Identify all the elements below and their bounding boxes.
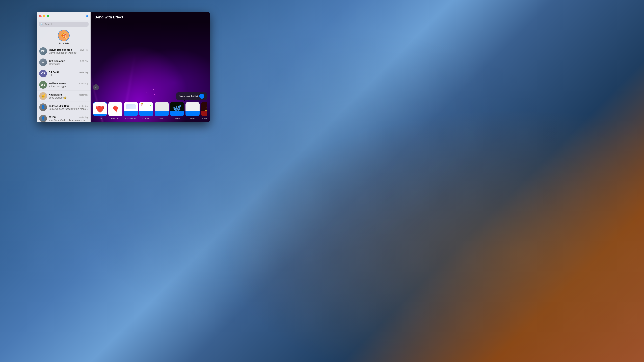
compose-button[interactable] [84,14,88,18]
minimize-button[interactable] [43,15,45,17]
send-with-effect-panel: Send with Effect × Okay, wat [90,12,210,122]
avatar-wallace: WE [39,81,47,89]
send-icon: ↑ [199,94,204,99]
conv-name-kat: Kat Ballard [49,93,62,96]
pizza-pals-avatar: 🍕 [58,30,70,41]
pizza-pals-label: Pizza Pals [59,42,69,44]
avatar-78156: 👤 [39,115,47,122]
conv-content-phone: +1 (415) 200-1908 Yesterday Sorry, we do… [49,104,88,110]
main-panel-title: Send with Effect [94,15,123,19]
balloons-icon: 🎈 [112,105,120,113]
bottom-controls: × Okay, watch this! ↑ ❤️ Love [90,82,210,122]
conv-time-wallace: Yesterday [79,82,88,85]
avatar-kat: 🐱 [39,92,47,100]
effect-item-love[interactable]: ❤️ Love [93,102,107,120]
effect-thumb-loud [186,102,200,116]
effect-item-confetti[interactable]: 🎊 ▪ ▪ ▪ Confetti [139,102,153,120]
effect-item-invisible-ink[interactable]: Invisible Ink [124,102,138,120]
conv-name-phone: +1 (415) 200-1908 [49,104,70,107]
conv-content-melvin: Melvin Brockington 6:26 PM Melvin laughe… [49,48,88,54]
conv-preview-78156: Your ShareGrid verification code is: [49,119,88,121]
conversation-item-phone[interactable]: 👤 +1 (415) 200-1908 Yesterday Sorry, we … [37,102,90,113]
love-label: Love [98,117,102,120]
conv-preview-kat: Sooo precious🥹 [49,96,88,99]
ok-watch-label: Okay, watch this! [179,95,198,98]
dismiss-button[interactable]: × [93,84,99,90]
pinned-pizza-pals[interactable]: 🍕 Pizza Pals [58,30,70,44]
conv-name-jeff: Jeff Benjamin [49,59,65,62]
effect-thumb-invisible-ink [124,102,138,116]
conversation-item-jeff[interactable]: JB Jeff Benjamin 6:23 PM What's up? [37,57,90,68]
lasers-label: Lasers [174,117,180,120]
conversation-item-melvin[interactable]: MB Melvin Brockington 6:26 PM Melvin lau… [37,45,90,57]
conv-name-cj: CJ Smith [49,71,60,73]
search-icon: 🔍 [40,23,44,26]
effect-item-balloons[interactable]: 🎈 Balloons [108,102,122,120]
effect-item-celebration[interactable]: ✨ Celebration [201,102,207,120]
conv-name-wallace: Wallace Evans [49,82,66,85]
celebration-label: Celebration [202,117,207,120]
avatar-cj: CS [39,70,47,77]
avatar-phone: 👤 [39,103,47,111]
fullscreen-button[interactable] [46,15,49,17]
confetti-label: Confetti [142,117,150,120]
messages-window: 🔍 🍕 Pizza Pals MB Melvin Brockington 6:2… [37,12,210,122]
conv-name-melvin: Melvin Brockington [49,48,72,51]
conversation-item-78156[interactable]: 👤 78156 Yesterday Your ShareGrid verific… [37,113,90,122]
effect-thumb-love: ❤️ [93,102,107,116]
conversation-item-cj[interactable]: CS CJ Smith Yesterday Lol [37,68,90,79]
conv-content-kat: Kat Ballard Yesterday Sooo precious🥹 [49,93,88,99]
sidebar-titlebar [37,12,90,20]
conv-preview-jeff: What's up? [49,63,88,65]
sidebar: 🔍 🍕 Pizza Pals MB Melvin Brockington 6:2… [37,12,90,122]
conv-time-melvin: 6:26 PM [80,49,88,51]
conv-preview-cj: Lol [49,74,88,77]
conversation-item-wallace[interactable]: WE Wallace Evans Yesterday It does! I'm … [37,79,90,90]
conv-time-jeff: 6:23 PM [80,60,88,62]
svg-rect-0 [85,15,88,17]
search-bar[interactable]: 🔍 [39,22,88,27]
effect-thumb-confetti: 🎊 ▪ ▪ ▪ [139,102,153,116]
conv-content-wallace: Wallace Evans Yesterday It does! I'm hyp… [49,82,88,88]
effect-item-lasers[interactable]: 🌿 Lasers [170,102,184,120]
conversation-item-kat[interactable]: 🐱 Kat Ballard Yesterday Sooo precious🥹 [37,90,90,102]
pinned-section: 🍕 Pizza Pals [37,28,90,45]
conv-content-jeff: Jeff Benjamin 6:23 PM What's up? [49,59,88,65]
conv-time-78156: Yesterday [79,116,88,118]
loud-label: Loud [190,117,195,120]
conv-content-cj: CJ Smith Yesterday Lol [49,71,88,77]
avatar-melvin: MB [39,47,47,55]
conv-name-78156: 78156 [49,116,56,118]
conv-time-phone: Yesterday [79,105,88,107]
avatar-jeff: JB [39,58,47,66]
effect-thumb-slam [155,102,169,116]
balloons-label: Balloons [111,117,120,120]
effect-thumb-balloons: 🎈 [108,102,122,116]
effect-item-loud[interactable]: Loud [186,102,200,120]
slam-label: Slam [159,117,164,120]
conv-preview-melvin: Melvin laughed at "Agreed" [49,51,88,54]
effect-thumb-celebration: ✨ [201,102,207,116]
effect-item-slam[interactable]: Slam [155,102,169,120]
conv-preview-phone: Sorry, we don't recognize this response.… [49,108,88,110]
traffic-lights [39,15,49,17]
invisible-ink-label: Invisible Ink [125,117,136,120]
main-titlebar: Send with Effect [90,12,210,23]
effects-strip: ❤️ Love 🎈 Balloons [93,102,207,120]
conv-content-78156: 78156 Yesterday Your ShareGrid verificat… [49,116,88,121]
ok-watch-button[interactable]: Okay, watch this! ↑ [176,92,207,100]
effect-thumb-lasers: 🌿 [170,102,184,116]
search-input[interactable] [44,23,87,26]
conv-time-cj: Yesterday [79,71,88,73]
conversations-list: MB Melvin Brockington 6:26 PM Melvin lau… [37,45,90,122]
conv-preview-wallace: It does! I'm hype! [49,85,88,88]
love-icon: ❤️ [96,105,104,113]
close-button[interactable] [39,15,42,17]
selection-bar-love [93,114,107,116]
conv-time-kat: Yesterday [79,93,88,96]
